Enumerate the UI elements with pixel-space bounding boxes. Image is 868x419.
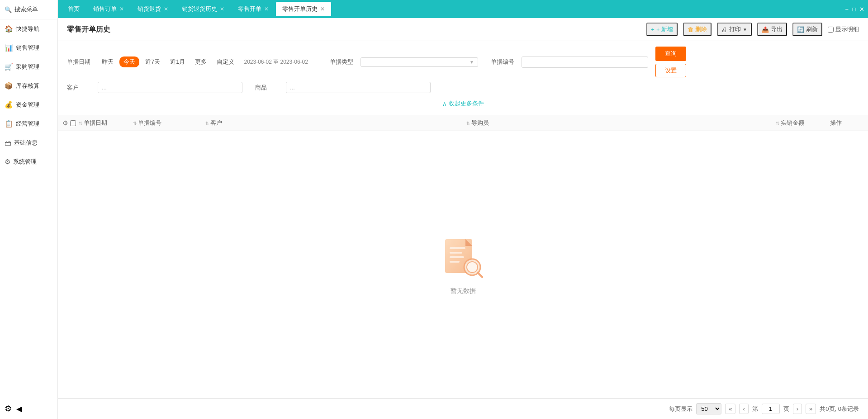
bill-type-dropdown-icon: ▼	[470, 60, 474, 65]
customer-select[interactable]: ...	[98, 82, 242, 93]
search-icon: 🔍	[5, 6, 12, 13]
tab-sales-return-label: 销货退货	[138, 5, 161, 13]
svg-point-6	[467, 262, 478, 273]
sort-icon: ⇅	[79, 121, 82, 126]
pagination-bar: 每页显示 50 10 20 100 « ‹ 第 页 › » 共0页, 0条记录	[58, 398, 868, 419]
page-title: 零售开单历史	[67, 25, 110, 34]
per-page-select[interactable]: 50 10 20 100	[696, 403, 721, 414]
sidebar-item-label: 采购管理	[16, 63, 39, 71]
sort-icon: ⇅	[776, 121, 779, 126]
add-button[interactable]: + + 新增	[646, 23, 678, 36]
main-area: 首页 销售订单 ✕ 销货退货 ✕ 销货退货历史 ✕ 零售开单 ✕ 零售开单历史 …	[58, 0, 868, 419]
settings-bottom-icon[interactable]: ⚙	[5, 404, 12, 414]
minimize-button[interactable]: −	[845, 6, 849, 13]
sidebar-item-operations[interactable]: 📋 经营管理	[0, 114, 57, 133]
sidebar-item-basic-info[interactable]: 🗃 基础信息	[0, 133, 57, 152]
export-button[interactable]: 📤 导出	[757, 23, 787, 36]
tab-sales-return-history[interactable]: 销货退货历史 ✕	[175, 2, 231, 16]
bill-number-input[interactable]	[522, 56, 648, 68]
collapse-icon[interactable]: ◀	[16, 405, 22, 413]
page-header: 零售开单历史 + + 新增 🗑 删除 🖨 打印 ▼ 📤 导出 🔄 刷新	[58, 18, 868, 41]
tab-home[interactable]: 首页	[62, 2, 86, 16]
select-all-checkbox[interactable]	[70, 120, 76, 126]
sidebar-item-label: 库存核算	[16, 82, 39, 90]
filter-row-customer: 客户 ... 商品 ...	[67, 82, 859, 93]
refresh-button[interactable]: 🔄 刷新	[792, 23, 822, 36]
col-amount-label: 实销金额	[781, 119, 804, 127]
display-detail-input[interactable]	[828, 27, 834, 33]
tab-retail-open-history-close[interactable]: ✕	[320, 6, 325, 12]
date-btn-last1month[interactable]: 近1月	[166, 56, 189, 67]
date-btn-more[interactable]: 更多	[191, 56, 211, 67]
date-btn-last7days[interactable]: 近7天	[141, 56, 164, 67]
sort-icon: ⇅	[205, 121, 209, 126]
tab-sales-return-history-close[interactable]: ✕	[220, 6, 224, 12]
tab-bar: 首页 销售订单 ✕ 销货退货 ✕ 销货退货历史 ✕ 零售开单 ✕ 零售开单历史 …	[58, 0, 868, 18]
tab-sales-order-close[interactable]: ✕	[119, 6, 124, 12]
date-label: 单据日期	[67, 58, 94, 66]
sidebar-item-inventory[interactable]: 📦 库存核算	[0, 76, 57, 95]
tab-retail-open-close[interactable]: ✕	[264, 6, 269, 12]
goods-ellipsis: ...	[290, 84, 295, 91]
col-header-number[interactable]: ⇅ 单据编号	[130, 119, 203, 127]
sidebar-item-sales-mgmt[interactable]: 📊 销售管理	[0, 38, 57, 57]
gear-icon: ⚙	[5, 158, 10, 166]
goods-select[interactable]: ...	[286, 82, 431, 93]
print-label: 打印	[729, 25, 741, 33]
add-label: + 新增	[656, 25, 673, 33]
tab-sales-order[interactable]: 销售订单 ✕	[87, 2, 130, 16]
chart-icon: 📊	[5, 44, 13, 52]
delete-label: 删除	[695, 25, 707, 33]
sidebar-item-purchase-mgmt[interactable]: 🛒 采购管理	[0, 57, 57, 76]
date-btn-yesterday[interactable]: 昨天	[98, 56, 118, 67]
toolbar: + + 新增 🗑 删除 🖨 打印 ▼ 📤 导出 🔄 刷新	[646, 23, 859, 36]
sidebar-item-sys-mgmt[interactable]: ⚙ 系统管理	[0, 152, 57, 171]
date-range: 2023-06-02 至 2023-06-02	[244, 58, 308, 66]
sidebar-item-quick-nav[interactable]: 🏠 快捷导航	[0, 19, 57, 38]
maximize-button[interactable]: □	[852, 6, 856, 13]
filter-area: 单据日期 昨天 今天 近7天 近1月 更多 自定义 2023-06-02 至 2…	[58, 41, 868, 115]
customer-label: 客户	[67, 84, 94, 92]
col-ops-label: 操作	[830, 119, 842, 127]
home-icon: 🏠	[5, 25, 13, 33]
col-header-amount[interactable]: ⇅ 实销金额	[773, 119, 827, 127]
date-btn-today[interactable]: 今天	[119, 56, 139, 67]
tab-home-label: 首页	[68, 5, 80, 13]
delete-button[interactable]: 🗑 删除	[683, 23, 711, 36]
col-number-label: 单据编号	[138, 119, 161, 127]
filter-row-date: 单据日期 昨天 今天 近7天 近1月 更多 自定义 2023-06-02 至 2…	[67, 47, 859, 77]
query-button[interactable]: 查询	[655, 47, 686, 61]
tab-sales-return-close[interactable]: ✕	[164, 6, 168, 12]
svg-line-7	[478, 273, 482, 277]
prev-page-button[interactable]: ‹	[739, 404, 748, 414]
display-detail-checkbox[interactable]: 显示明细	[828, 25, 859, 33]
table-settings-icon[interactable]: ⚙	[62, 119, 68, 127]
window-controls: − □ ✕	[845, 6, 864, 13]
sidebar-item-finance[interactable]: 💰 资金管理	[0, 95, 57, 114]
tab-retail-open-history[interactable]: 零售开单历史 ✕	[276, 2, 331, 16]
tab-retail-open[interactable]: 零售开单 ✕	[232, 2, 275, 16]
sidebar-item-label: 快捷导航	[16, 25, 39, 33]
sidebar-bottom: ⚙ ◀	[0, 398, 57, 419]
page-number-input[interactable]	[762, 404, 780, 414]
col-header-customer[interactable]: ⇅ 客户	[203, 119, 464, 127]
col-header-salesperson[interactable]: ⇅ 导购员	[464, 119, 518, 127]
close-button[interactable]: ✕	[859, 6, 864, 13]
sidebar: 🔍 搜索采单 🏠 快捷导航 📊 销售管理 🛒 采购管理 📦 库存核算 💰 资金管…	[0, 0, 58, 419]
filter-more-row: ∧ 收起更多条件	[67, 98, 859, 109]
print-button[interactable]: 🖨 打印 ▼	[717, 23, 752, 36]
tab-retail-open-label: 零售开单	[238, 5, 261, 13]
bill-type-select[interactable]: ▼	[360, 57, 478, 67]
collapse-btn[interactable]: ∧ 收起更多条件	[442, 98, 484, 109]
sidebar-item-label: 基础信息	[14, 139, 38, 147]
sidebar-search[interactable]: 🔍 搜索采单	[0, 0, 57, 19]
tab-sales-return[interactable]: 销货退货 ✕	[131, 2, 175, 16]
date-btn-custom[interactable]: 自定义	[213, 56, 238, 67]
col-header-date[interactable]: ⇅ 单据日期	[76, 119, 130, 127]
export-label: 导出	[771, 25, 783, 33]
filter-settings-button[interactable]: 设置	[655, 64, 686, 77]
last-page-button[interactable]: »	[806, 404, 816, 414]
print-icon: 🖨	[721, 26, 727, 33]
next-page-button[interactable]: ›	[793, 404, 802, 414]
first-page-button[interactable]: «	[725, 404, 735, 414]
